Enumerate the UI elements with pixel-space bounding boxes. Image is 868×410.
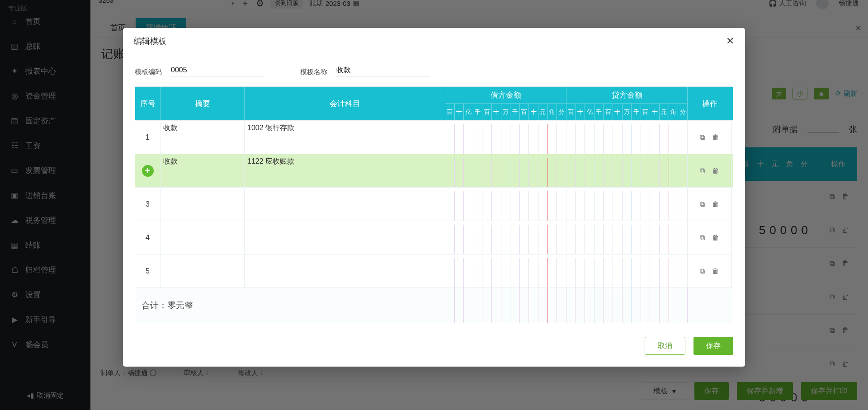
amount-digit-cell[interactable] xyxy=(455,158,464,187)
amount-digit-cell[interactable] xyxy=(660,124,669,154)
amount-digit-cell[interactable] xyxy=(455,191,464,221)
amount-digit-cell[interactable] xyxy=(585,225,594,254)
amount-digit-cell[interactable] xyxy=(492,191,501,221)
amount-digit-cell[interactable] xyxy=(538,124,548,154)
amount-digit-cell[interactable] xyxy=(538,258,548,287)
copy-row-icon[interactable]: ⧉ xyxy=(700,200,705,208)
amount-digit-cell[interactable] xyxy=(510,124,520,154)
amount-digit-cell[interactable] xyxy=(445,258,455,287)
amount-digit-cell[interactable] xyxy=(669,191,679,221)
amount-digit-cell[interactable] xyxy=(557,158,566,187)
amount-digit-cell[interactable] xyxy=(604,124,613,154)
row-subject[interactable]: 1122 应收账款 xyxy=(245,154,445,187)
amount-digit-cell[interactable] xyxy=(538,225,548,254)
amount-digit-cell[interactable] xyxy=(464,225,473,254)
amount-digit-cell[interactable] xyxy=(623,225,632,254)
copy-row-icon[interactable]: ⧉ xyxy=(700,133,705,141)
amount-digit-cell[interactable] xyxy=(576,158,585,187)
amount-digit-cell[interactable] xyxy=(678,258,687,287)
amount-digit-cell[interactable] xyxy=(482,124,492,154)
amount-digit-cell[interactable] xyxy=(520,124,529,154)
amount-digit-cell[interactable] xyxy=(557,124,566,154)
row-summary[interactable] xyxy=(160,254,245,287)
amount-digit-cell[interactable] xyxy=(464,258,473,287)
amount-digit-cell[interactable] xyxy=(669,124,679,154)
amount-digit-cell[interactable] xyxy=(473,258,483,287)
amount-digit-cell[interactable] xyxy=(492,258,501,287)
row-summary[interactable]: 收款 xyxy=(160,121,245,154)
amount-digit-cell[interactable] xyxy=(604,158,613,187)
amount-digit-cell[interactable] xyxy=(538,158,548,187)
amount-digit-cell[interactable] xyxy=(650,124,660,154)
amount-digit-cell[interactable] xyxy=(520,158,529,187)
amount-digit-cell[interactable] xyxy=(678,225,687,254)
amount-digit-cell[interactable] xyxy=(492,158,501,187)
amount-digit-cell[interactable] xyxy=(669,225,679,254)
amount-digit-cell[interactable] xyxy=(678,158,687,187)
amount-digit-cell[interactable] xyxy=(492,225,501,254)
amount-digit-cell[interactable] xyxy=(678,191,687,221)
modal-cancel-button[interactable]: 取消 xyxy=(645,337,685,355)
amount-digit-cell[interactable] xyxy=(585,124,594,154)
amount-digit-cell[interactable] xyxy=(464,191,473,221)
amount-digit-cell[interactable] xyxy=(632,258,641,287)
amount-digit-cell[interactable] xyxy=(520,191,529,221)
delete-row-icon[interactable]: 🗑 xyxy=(712,234,719,242)
copy-row-icon[interactable]: ⧉ xyxy=(700,267,705,275)
amount-digit-cell[interactable] xyxy=(501,225,511,254)
amount-digit-cell[interactable] xyxy=(510,191,520,221)
amount-digit-cell[interactable] xyxy=(510,258,520,287)
amount-digit-cell[interactable] xyxy=(566,158,576,187)
amount-digit-cell[interactable] xyxy=(445,124,455,154)
amount-digit-cell[interactable] xyxy=(455,225,464,254)
amount-digit-cell[interactable] xyxy=(660,225,669,254)
amount-digit-cell[interactable] xyxy=(678,124,687,154)
amount-digit-cell[interactable] xyxy=(641,225,651,254)
amount-digit-cell[interactable] xyxy=(650,225,660,254)
amount-digit-cell[interactable] xyxy=(623,158,632,187)
row-credit[interactable] xyxy=(566,121,688,154)
amount-digit-cell[interactable] xyxy=(473,158,483,187)
amount-digit-cell[interactable] xyxy=(613,124,623,154)
amount-digit-cell[interactable] xyxy=(482,191,492,221)
delete-row-icon[interactable]: 🗑 xyxy=(712,267,719,275)
amount-digit-cell[interactable] xyxy=(632,191,641,221)
amount-digit-cell[interactable] xyxy=(594,258,604,287)
amount-digit-cell[interactable] xyxy=(641,191,651,221)
amount-digit-cell[interactable] xyxy=(650,191,660,221)
row-subject[interactable] xyxy=(245,254,445,287)
amount-digit-cell[interactable] xyxy=(501,258,511,287)
amount-digit-cell[interactable] xyxy=(594,124,604,154)
copy-row-icon[interactable]: ⧉ xyxy=(700,167,705,175)
amount-digit-cell[interactable] xyxy=(529,124,538,154)
row-summary[interactable] xyxy=(160,188,245,221)
amount-digit-cell[interactable] xyxy=(548,225,557,254)
row-debit[interactable] xyxy=(445,188,566,221)
row-debit[interactable] xyxy=(445,221,566,254)
amount-digit-cell[interactable] xyxy=(464,158,473,187)
amount-digit-cell[interactable] xyxy=(464,124,473,154)
amount-digit-cell[interactable] xyxy=(660,191,669,221)
amount-digit-cell[interactable] xyxy=(510,225,520,254)
amount-digit-cell[interactable] xyxy=(585,258,594,287)
amount-digit-cell[interactable] xyxy=(520,258,529,287)
amount-digit-cell[interactable] xyxy=(576,124,585,154)
amount-digit-cell[interactable] xyxy=(482,225,492,254)
amount-digit-cell[interactable] xyxy=(604,225,613,254)
amount-digit-cell[interactable] xyxy=(623,124,632,154)
amount-digit-cell[interactable] xyxy=(669,258,679,287)
amount-digit-cell[interactable] xyxy=(576,191,585,221)
row-credit[interactable] xyxy=(566,221,688,254)
row-subject[interactable] xyxy=(245,221,445,254)
amount-digit-cell[interactable] xyxy=(445,191,455,221)
amount-digit-cell[interactable] xyxy=(660,158,669,187)
row-credit[interactable] xyxy=(566,254,688,287)
amount-digit-cell[interactable] xyxy=(473,225,483,254)
amount-digit-cell[interactable] xyxy=(594,158,604,187)
amount-digit-cell[interactable] xyxy=(473,124,483,154)
amount-digit-cell[interactable] xyxy=(510,158,520,187)
amount-digit-cell[interactable] xyxy=(641,124,651,154)
amount-digit-cell[interactable] xyxy=(604,258,613,287)
amount-digit-cell[interactable] xyxy=(557,225,566,254)
add-row-button[interactable]: + xyxy=(142,165,154,177)
